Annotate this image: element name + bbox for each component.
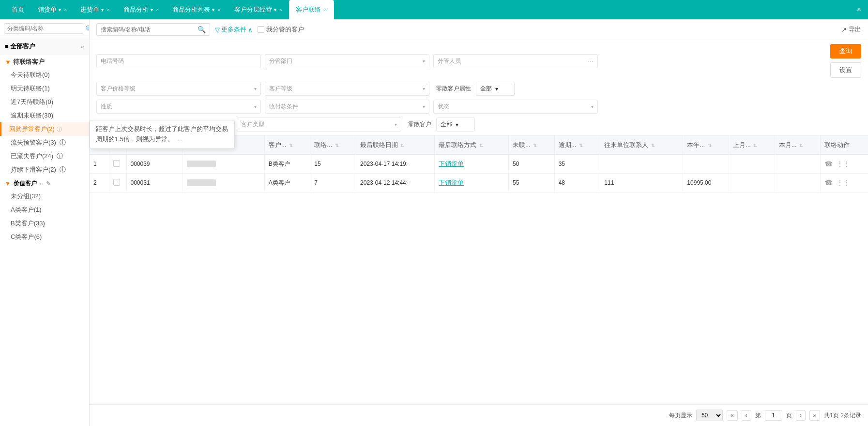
sidebar-search-icon[interactable]: 🔍 [85,25,90,32]
col-this-month[interactable]: 本月... ⇅ [775,136,821,155]
sort-icon: ⇅ [651,143,655,148]
filter-customer-type[interactable]: 客户类型 ▾ [237,118,401,132]
filter-manager[interactable]: 分管人员 ··· [433,54,598,68]
sidebar-search-input[interactable] [4,23,83,34]
my-customer-checkbox-wrap[interactable]: 我分管的客户 [258,25,304,34]
filter-customer-level[interactable]: 客户等级 ▾ [265,82,429,96]
tab-purchase-order[interactable]: 进货单 ▾ × [74,0,116,19]
per-page-select[interactable]: 50 20 100 [696,410,723,421]
row-checkbox[interactable] [113,160,120,167]
filter-status[interactable]: 状态 ▾ [433,100,598,114]
sidebar-item-unclassified[interactable]: 未分组(32) [0,190,89,203]
info-icon: ⓘ [60,166,66,173]
sidebar-item-class-b[interactable]: B类客户(33) [0,217,89,230]
customer-name-blurred [187,179,216,186]
col-last-month[interactable]: 上月... ⇅ [729,136,775,155]
sort-icon: ⇅ [579,143,583,148]
scatter-customer-select2[interactable]: 全部 ▾ [436,118,475,132]
sort-icon: ⇅ [799,143,803,148]
close-icon[interactable]: × [64,7,67,13]
sidebar-item-declining[interactable]: 持续下滑客户(2) ⓘ [0,163,89,176]
all-customers-header[interactable]: ■ 全部客户 « [0,38,89,55]
sort-icon: ⇅ [708,143,712,148]
all-customers-label: ■ 全部客户 [5,42,35,51]
prev-page-button[interactable]: ‹ [742,410,751,421]
col-this-year[interactable]: 本年... ⇅ [683,136,729,155]
sidebar-item-overdue-contact[interactable]: 逾期未联络(30) [0,109,89,122]
cell-contact-person [600,155,683,174]
cell-not-contacted: 50 [508,155,554,174]
filter-price-level[interactable]: 客户价格等级 ▾ [96,82,261,96]
filter-payment-terms[interactable]: 收付款条件 ▾ [265,100,429,114]
window-close-button[interactable]: × [857,5,861,14]
row-checkbox[interactable] [113,179,120,186]
sidebar-item-today-contact[interactable]: 今天待联络(0) [0,68,89,82]
dropdown-arrow-icon: ▾ [254,104,257,109]
sidebar-item-class-c[interactable]: C类客户(6) [0,230,89,244]
page-number-input[interactable] [765,410,782,421]
close-icon[interactable]: × [107,7,109,13]
search-button[interactable]: 🔍 [198,26,206,33]
sidebar-item-rebuy-abnormal[interactable]: 回购异常客户(2) ⓘ [0,122,89,136]
dropdown-arrow-icon: ▾ [254,86,257,91]
tab-sales-order[interactable]: 销货单 ▾ × [31,0,74,19]
cell-checkbox[interactable] [109,174,126,192]
cell-checkbox[interactable] [109,155,126,174]
dropdown-arrow-icon: ▾ [423,59,425,64]
top-navigation: 首页 销货单 ▾ × 进货单 ▾ × 商品分析 ▾ × 商品分析列表 ▾ × 客… [0,0,868,19]
sidebar-item-churned[interactable]: 已流失客户(24) ⓘ [0,149,89,163]
col-not-contacted[interactable]: 未联... ⇅ [508,136,554,155]
search-input[interactable] [101,26,198,33]
sidebar-item-tomorrow-contact[interactable]: 明天待联络(1) [0,82,89,95]
filter-dept[interactable]: 分管部门 ▾ [265,54,429,68]
tab-product-analysis[interactable]: 商品分析 ▾ × [117,0,166,19]
query-button[interactable]: 查询 [830,44,861,59]
check-icon[interactable]: ✎ [46,180,51,187]
tab-home[interactable]: 首页 [5,0,31,19]
tab-customer-contact[interactable]: 客户联络 × [289,0,334,19]
sort-icon: ⇅ [753,143,757,148]
filter-icon: ▽ [215,26,220,33]
cell-not-contacted: 55 [508,174,554,192]
export-button[interactable]: ↗ 导出 [841,25,861,34]
cell-last-method[interactable]: 下销货单 [435,174,509,192]
last-method-link[interactable]: 下销货单 [439,160,464,167]
contact-icon[interactable]: ☎ [824,179,833,187]
contact-icon[interactable]: ☎ [824,160,833,168]
edit-icon[interactable]: ○ [40,180,43,187]
close-icon[interactable]: × [156,7,159,13]
more-action-icon[interactable]: ⋮⋮ [837,160,850,168]
sidebar-item-churn-warning[interactable]: 流失预警客户(3) ⓘ [0,136,89,149]
tooltip-more-dots[interactable]: ... [177,135,183,143]
col-last-contact-date[interactable]: 最后联络日期 ⇅ [356,136,435,155]
more-filter-button[interactable]: ▽ 更多条件 ∧ [215,25,253,34]
search-bar: 🔍 ▽ 更多条件 ∧ 我分管的客户 ↗ 导出 [90,19,868,40]
close-icon[interactable]: × [279,7,282,13]
last-method-link[interactable]: 下销货单 [439,179,464,186]
close-icon[interactable]: × [217,7,220,13]
last-page-button[interactable]: » [809,410,821,421]
next-page-button[interactable]: › [796,410,806,421]
data-table-wrapper[interactable]: ⚙ 客户编码 ⇅ 客户名称 ⇅ [90,136,868,404]
col-last-contact-method[interactable]: 最后联络方式 ⇅ [435,136,509,155]
more-action-icon[interactable]: ⋮⋮ [837,179,850,187]
tab-customer-tier[interactable]: 客户分层经营 ▾ × [228,0,289,19]
content-area: 🔍 ▽ 更多条件 ∧ 我分管的客户 ↗ 导出 电话号码 [90,19,868,426]
cell-type: B类客户 [264,155,310,174]
group-label-pending-contact[interactable]: ▼ 待联络客户 [0,55,89,68]
filter-nature[interactable]: 性质 ▾ [96,100,261,114]
filter-phone[interactable]: 电话号码 [96,54,261,68]
col-contact-count[interactable]: 联络... ⇅ [310,136,356,155]
cell-last-method[interactable]: 下销货单 [435,155,509,174]
tab-product-analysis-list[interactable]: 商品分析列表 ▾ × [166,0,227,19]
my-customer-checkbox[interactable] [258,26,264,33]
col-contact-person[interactable]: 往来单位联系人 ⇅ [600,136,683,155]
col-overdue[interactable]: 逾期... ⇅ [554,136,600,155]
scatter-customer-select[interactable]: 全部 ▾ [476,82,515,96]
settings-button[interactable]: 设置 [830,62,861,78]
sidebar-item-class-a[interactable]: A类客户(1) [0,203,89,217]
close-icon[interactable]: × [324,7,327,13]
first-page-button[interactable]: « [727,410,738,421]
sidebar-item-7day-contact[interactable]: 近7天待联络(0) [0,95,89,109]
col-type[interactable]: 客户... ⇅ [264,136,310,155]
